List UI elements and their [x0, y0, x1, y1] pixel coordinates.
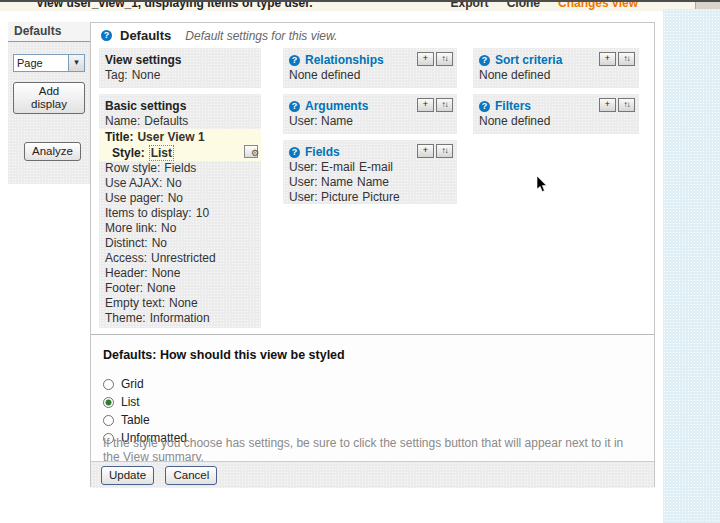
empty-text-value-link[interactable]: None	[169, 296, 198, 310]
footer-value-link[interactable]: None	[147, 281, 176, 295]
style-settings-form: Defaults: How should this view be styled…	[91, 334, 654, 488]
grid-radio[interactable]	[103, 379, 114, 390]
help-icon[interactable]: ?	[479, 101, 490, 112]
title-value-link[interactable]: User View 1	[137, 130, 204, 144]
changes-view-link[interactable]: Changes view	[558, 0, 638, 10]
sort-criteria-box: ? Sort criteria + ↑↓ None defined	[473, 48, 639, 88]
setting-row-more-link: More link:No	[105, 221, 255, 236]
display-description: Default settings for this view.	[185, 29, 337, 43]
header-value-link[interactable]: None	[152, 266, 181, 280]
export-link[interactable]: Export	[451, 0, 489, 10]
style-value-link[interactable]: List	[149, 145, 174, 161]
view-settings-box: View settings Tag:None	[99, 48, 261, 88]
list-radio[interactable]	[103, 397, 114, 408]
fields-box: ? Fields + ↑↓ User: E-mailE-mail User: N…	[283, 140, 457, 204]
setting-row-theme: Theme:Information	[105, 311, 255, 326]
help-icon[interactable]: ?	[289, 147, 300, 158]
basic-settings-box: Basic settings Name:Defaults Title:User …	[99, 94, 261, 328]
add-icon[interactable]: +	[599, 52, 616, 66]
relationships-empty: None defined	[289, 68, 360, 82]
setting-row-header: Header:None	[105, 266, 255, 281]
argument-item: User: Name	[289, 114, 451, 129]
theme-value-link[interactable]: Information	[150, 311, 210, 325]
style-option-table: Table	[103, 411, 187, 429]
form-help-text: If the style you choose has settings, be…	[103, 436, 643, 464]
setting-row-tag: Tag:None	[105, 68, 255, 83]
filters-box: ? Filters + ↑↓ None defined	[473, 94, 639, 134]
view-settings-title: View settings	[105, 53, 181, 67]
chevron-down-icon[interactable]: ▾	[68, 55, 84, 71]
items-to-display-value-link[interactable]: 10	[196, 206, 209, 220]
add-icon[interactable]: +	[417, 144, 434, 158]
filters-empty: None defined	[479, 114, 550, 128]
rearrange-icon[interactable]: ↑↓	[436, 98, 453, 112]
help-icon[interactable]: ?	[289, 55, 300, 66]
more-link-value-link[interactable]: No	[161, 221, 176, 235]
display-type-select[interactable]: Page ▾	[13, 54, 85, 72]
grid-radio-label[interactable]: Grid	[121, 377, 144, 391]
sort-criteria-title: Sort criteria	[495, 53, 562, 67]
table-radio[interactable]	[103, 415, 114, 426]
displays-sidebar: Defaults Page ▾ Add display Analyze	[8, 22, 92, 184]
relationships-title: Relationships	[305, 53, 384, 67]
field-user-name-link[interactable]: User: Name	[289, 175, 353, 189]
setting-row-distinct: Distinct:No	[105, 236, 255, 251]
rearrange-icon[interactable]: ↑↓	[618, 98, 635, 112]
clone-link[interactable]: Clone	[507, 0, 540, 10]
setting-row-use-pager: Use pager:No	[105, 191, 255, 206]
add-icon[interactable]: +	[417, 98, 434, 112]
field-item: User: NameName	[289, 175, 451, 190]
rearrange-icon[interactable]: ↑↓	[436, 52, 453, 66]
use-pager-value-link[interactable]: No	[168, 191, 183, 205]
style-settings-gear-icon[interactable]: ⚙	[244, 145, 258, 158]
distinct-value-link[interactable]: No	[152, 236, 167, 250]
fields-title: Fields	[305, 145, 340, 159]
arguments-title: Arguments	[305, 99, 368, 113]
add-icon[interactable]: +	[417, 52, 434, 66]
view-action-links: Export Clone Changes view	[451, 0, 638, 10]
setting-row-name: Name:Defaults	[105, 114, 255, 129]
help-icon[interactable]: ?	[289, 101, 300, 112]
table-radio-label[interactable]: Table	[121, 413, 150, 427]
page-background-band	[663, 9, 720, 523]
field-item: User: PicturePicture	[289, 190, 451, 205]
field-item: User: E-mailE-mail	[289, 160, 451, 175]
setting-row-use-ajax: Use AJAX:No	[105, 176, 255, 191]
page-title-strip: View user_view_1, displaying items of ty…	[0, 0, 720, 11]
rearrange-icon[interactable]: ↑↓	[618, 52, 635, 66]
basic-settings-title: Basic settings	[105, 99, 186, 113]
row-style-value-link[interactable]: Fields	[164, 161, 196, 175]
tab-defaults[interactable]: Defaults	[8, 22, 92, 42]
use-ajax-value-link[interactable]: No	[166, 176, 181, 190]
form-title: Defaults: How should this view be styled	[103, 348, 345, 362]
argument-user-name-link[interactable]: User: Name	[289, 114, 353, 128]
display-type-value: Page	[14, 57, 68, 69]
style-option-list: List	[103, 393, 187, 411]
cancel-button[interactable]: Cancel	[165, 466, 217, 485]
arguments-box: ? Arguments + ↑↓ User: Name	[283, 94, 457, 134]
access-value-link[interactable]: Unrestricted	[151, 251, 216, 265]
setting-row-style: Style:List	[99, 145, 261, 161]
display-heading: Defaults	[120, 28, 171, 43]
analyze-button[interactable]: Analyze	[24, 142, 81, 161]
filters-title: Filters	[495, 99, 531, 113]
sort-criteria-empty: None defined	[479, 68, 550, 82]
setting-row-footer: Footer:None	[105, 281, 255, 296]
setting-row-title: Title:User View 1	[99, 129, 261, 145]
field-user-email-link[interactable]: User: E-mail	[289, 160, 355, 174]
views-edit-panel: ? Defaults Default settings for this vie…	[90, 22, 655, 487]
name-value-link[interactable]: Defaults	[144, 114, 188, 128]
setting-row-empty-text: Empty text:None	[105, 296, 255, 311]
help-icon[interactable]: ?	[101, 30, 112, 41]
display-header: ? Defaults Default settings for this vie…	[101, 28, 337, 43]
update-button[interactable]: Update	[101, 466, 154, 485]
list-radio-label[interactable]: List	[121, 395, 140, 409]
add-display-button[interactable]: Add display	[13, 82, 85, 114]
add-icon[interactable]: +	[599, 98, 616, 112]
tag-value-link[interactable]: None	[132, 68, 161, 82]
rearrange-icon[interactable]: ↑↓	[436, 144, 453, 158]
setting-row-row-style: Row style:Fields	[105, 161, 255, 176]
field-user-picture-link[interactable]: User: Picture	[289, 190, 358, 204]
sidebar-body: Page ▾ Add display Analyze	[8, 42, 92, 195]
help-icon[interactable]: ?	[479, 55, 490, 66]
